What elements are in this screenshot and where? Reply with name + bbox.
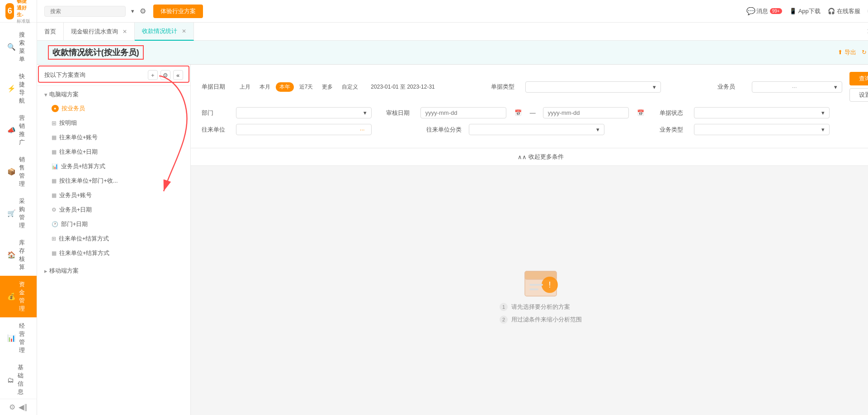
query-button[interactable]: 查询 xyxy=(849,72,868,85)
scheme-settings-button[interactable]: ⚙ xyxy=(160,70,170,80)
partner-settlement1-icon: ⊞ xyxy=(52,236,56,242)
sidebar-item-quick-nav[interactable]: ⚡快捷导航 xyxy=(0,68,37,109)
scheme-item-dept-date[interactable]: 🕐 部门+日期 xyxy=(37,217,190,231)
scheme-item-salesperson[interactable]: ● 按业务员 xyxy=(37,101,190,116)
sidebar-item-purchase[interactable]: 🛒采购管理 xyxy=(0,193,37,234)
scheme-header: 按以下方案查询 + ⚙ « xyxy=(37,65,190,86)
detail-icon: ⊞ xyxy=(52,120,57,127)
tab-home[interactable]: 首页 xyxy=(37,23,64,41)
scheme-item-partner-date[interactable]: ▦ 往来单位+日期 xyxy=(37,145,190,159)
gear-icon[interactable]: ⚙ xyxy=(140,7,146,15)
main-area: ▾ ⚙ 体验行业方案 💬 消息 99+ 📱 App下载 🎧 在线客服 Rit 首… xyxy=(37,0,868,415)
tab-collect-close[interactable]: ✕ xyxy=(182,28,186,34)
scheme-desktop-group: ▾ 电脑端方案 ● 按业务员 ⊞ 按明细 ▦ 往来单位+账号 ▦ 往来单位+ xyxy=(37,86,190,262)
review-date-calendar-to[interactable]: 📅 xyxy=(637,109,644,116)
sidebar-item-sales[interactable]: 📦销售管理 xyxy=(0,151,37,193)
search-input[interactable] xyxy=(44,6,126,17)
scheme-collapse-button[interactable]: « xyxy=(173,70,183,80)
doc-type-select[interactable]: ▾ xyxy=(525,81,661,93)
filter-area: 单据日期 上月 本月 本年 近7天 更多 自定义 2023-01-01 至 20… xyxy=(191,65,868,148)
review-date-label: 审核日期 xyxy=(386,109,413,117)
filter-row-3: 往来单位 ··· 往来单位分类 ▾ 业务类型 ▾ xyxy=(202,124,868,135)
tab-bank[interactable]: 现金银行流水查询 ✕ xyxy=(64,23,135,41)
review-date-from[interactable] xyxy=(420,107,506,118)
sidebar-item-finance[interactable]: 💰资金管理 xyxy=(0,276,37,317)
scheme-item-salesperson-account[interactable]: ▦ 业务员+账号 xyxy=(37,188,190,203)
dept-select[interactable]: ▾ xyxy=(236,107,372,118)
scheme-item-partner-settlement2[interactable]: ▦ 往来单位+结算方式 xyxy=(37,246,190,260)
salesperson-settlement-icon: 📊 xyxy=(52,163,58,170)
dropdown-icon[interactable]: ▾ xyxy=(131,8,134,14)
partner-settlement2-icon: ▦ xyxy=(52,250,57,256)
refresh-button[interactable]: ↻ 刷新 xyxy=(862,48,868,57)
scheme-desktop-header[interactable]: ▾ 电脑端方案 xyxy=(37,88,190,101)
scheme-item-partner-dept[interactable]: ▦ 按往来单位+部门+收... xyxy=(37,174,190,188)
date-tab-custom[interactable]: 自定义 xyxy=(338,82,362,92)
filter-settings-button[interactable]: 设置 xyxy=(849,88,868,102)
settings-icon[interactable]: ⚙ xyxy=(9,403,15,411)
message-area[interactable]: 💬 消息 99+ xyxy=(746,7,782,15)
dept-chevron: ▾ xyxy=(363,109,367,116)
doc-status-select[interactable]: ▾ xyxy=(694,107,830,118)
scheme-add-button[interactable]: + xyxy=(148,70,158,80)
business-type-select[interactable]: ▾ xyxy=(694,124,830,135)
chevron-up-icon: ∧∧ xyxy=(518,154,527,160)
salesperson-icon: ● xyxy=(52,105,59,112)
nav-icon-search: 🔍 xyxy=(7,43,15,51)
scheme-mobile-group: ▸ 移动端方案 xyxy=(37,262,190,279)
dept-label: 部门 xyxy=(202,109,229,117)
salesperson-select[interactable]: ··· ▾ xyxy=(752,81,842,93)
partner-more-icon[interactable]: ··· xyxy=(360,126,365,133)
date-tab-last-month[interactable]: 上月 xyxy=(236,82,254,92)
scheme-item-salesperson-settlement[interactable]: 📊 业务员+结算方式 xyxy=(37,159,190,174)
review-date-to[interactable] xyxy=(543,107,629,118)
filter-actions: 查询 设置 xyxy=(849,72,868,102)
scheme-item-partner-account[interactable]: ▦ 往来单位+账号 xyxy=(37,130,190,145)
scheme-item-partner-settlement1[interactable]: ⊞ 往来单位+结算方式 xyxy=(37,231,190,246)
left-panel: 按以下方案查询 + ⚙ « ▾ 电脑端方案 ● 按业务员 ⊞ xyxy=(37,65,191,415)
sidebar-item-inventory[interactable]: 🏠库存核算 xyxy=(0,234,37,276)
message-badge: 99+ xyxy=(770,8,782,14)
svg-rect-5 xyxy=(529,284,543,286)
online-service[interactable]: 🎧 在线客服 xyxy=(828,7,860,15)
date-tab-7days[interactable]: 近7天 xyxy=(296,82,317,92)
collapse-sidebar-icon[interactable]: ◀∥ xyxy=(19,403,28,411)
partner-account-icon: ▦ xyxy=(52,134,57,141)
export-button[interactable]: ⬆ 导出 xyxy=(838,48,856,57)
page-actions: ⬆ 导出 ↻ 刷新 xyxy=(838,48,868,57)
business-type-chevron: ▾ xyxy=(821,126,825,133)
topbar: ▾ ⚙ 体验行业方案 💬 消息 99+ 📱 App下载 🎧 在线客服 Rit xyxy=(37,0,868,23)
app-download[interactable]: 📱 App下载 xyxy=(789,7,821,15)
empty-state: ! 1 请先选择要分析的方案 2 用过滤条件来缩小分析范围 xyxy=(191,166,868,415)
tab-bank-close[interactable]: ✕ xyxy=(123,28,127,35)
promo-button[interactable]: 体验行业方案 xyxy=(153,5,203,18)
date-label: 单据日期 xyxy=(202,83,229,91)
date-tab-this-year[interactable]: 本年 xyxy=(276,82,294,92)
hint-num-1: 1 xyxy=(500,303,508,311)
salesperson-more[interactable]: ··· xyxy=(792,84,797,90)
sidebar-item-search[interactable]: 🔍搜索菜单 xyxy=(0,26,37,68)
sidebar-item-basic[interactable]: 🗂基础信息 xyxy=(0,359,37,399)
scheme-item-detail[interactable]: ⊞ 按明细 xyxy=(37,116,190,130)
filter-row-1: 单据日期 上月 本月 本年 近7天 更多 自定义 2023-01-01 至 20… xyxy=(202,72,868,102)
partner-select[interactable]: ··· xyxy=(236,124,372,135)
logo-text: 畅捷通好生- 标准版 xyxy=(17,0,31,24)
review-date-calendar-from[interactable]: 📅 xyxy=(514,109,522,116)
scheme-item-salesperson-date[interactable]: ⚙ 业务员+日期 xyxy=(37,203,190,217)
sidebar-item-marketing[interactable]: 📣营销推广 xyxy=(0,109,37,151)
sidebar-item-business[interactable]: 📊经营管理 xyxy=(0,317,37,359)
date-tab-more[interactable]: 更多 xyxy=(318,82,336,92)
partner-category-select[interactable]: ▾ xyxy=(469,124,604,135)
scheme-mobile-header[interactable]: ▸ 移动端方案 xyxy=(37,264,190,278)
date-tab-this-month[interactable]: 本月 xyxy=(256,82,274,92)
collapse-button[interactable]: ∧∧ 收起更多条件 xyxy=(518,153,564,161)
tab-collect[interactable]: 收款情况统计 ✕ xyxy=(135,23,194,41)
partner-date-icon: ▦ xyxy=(52,149,57,155)
review-date-dash: — xyxy=(530,109,536,116)
partner-dept-icon: ▦ xyxy=(52,178,57,184)
nav-icon-finance: 💰 xyxy=(7,292,15,301)
right-panel: 单据日期 上月 本月 本年 近7天 更多 自定义 2023-01-01 至 20… xyxy=(191,65,868,415)
chevron-right-icon: ▸ xyxy=(44,268,47,274)
refresh-icon: ↻ xyxy=(862,49,867,56)
dept-date-icon: 🕐 xyxy=(52,221,58,227)
